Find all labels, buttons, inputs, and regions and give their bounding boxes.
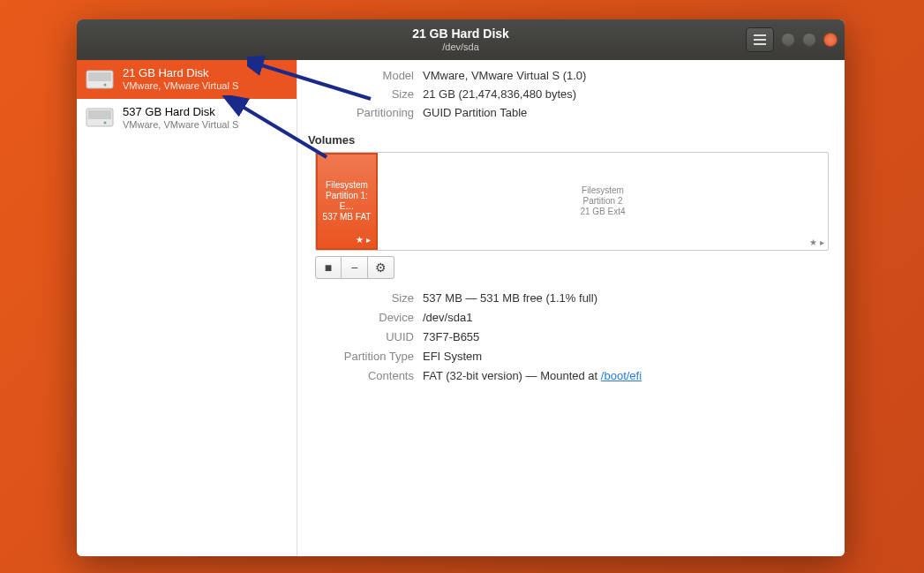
hard-disk-icon	[86, 70, 114, 89]
vol-size-value: 537 MB — 531 MB free (1.1% full)	[423, 291, 829, 305]
partitioning-value: GUID Partition Table	[423, 106, 829, 119]
svg-rect-4	[88, 72, 111, 81]
vol-size-label: Size	[308, 291, 414, 305]
app-menu-button[interactable]	[746, 27, 774, 52]
window-subtitle: /dev/sda	[412, 41, 509, 53]
minus-icon: −	[350, 260, 357, 275]
vol-ptype-value: EFI System	[423, 350, 829, 363]
close-button[interactable]	[823, 33, 838, 47]
vol-ptype-label: Partition Type	[308, 350, 414, 363]
disk-subtitle: VMware, VMware Virtual S	[123, 80, 238, 92]
svg-point-5	[104, 83, 107, 86]
disk-subtitle: VMware, VMware Virtual S	[123, 119, 238, 131]
svg-rect-2	[754, 43, 766, 45]
hard-disk-icon	[86, 108, 114, 127]
disk-sidebar: 21 GB Hard Disk VMware, VMware Virtual S…	[77, 60, 297, 556]
vol-device-value: /dev/sda1	[423, 311, 829, 324]
volume-partition-2[interactable]: Filesystem Partition 2 21 GB Ext4 ★ ▸	[378, 153, 828, 250]
volume-badge: ★ ▸	[318, 235, 376, 245]
stop-icon: ■	[325, 260, 332, 275]
volume-partition-1[interactable]: Filesystem Partition 1: E… 537 MB FAT ★ …	[316, 153, 378, 250]
model-label: Model	[308, 69, 414, 82]
size-value: 21 GB (21,474,836,480 bytes)	[423, 87, 829, 101]
disk-title: 21 GB Hard Disk	[123, 67, 238, 80]
unmount-button[interactable]: ■	[315, 256, 342, 279]
disk-title: 537 GB Hard Disk	[123, 106, 238, 119]
vol-contents-value: FAT (32-bit version) — Mounted at /boot/…	[423, 369, 829, 382]
svg-point-8	[104, 122, 107, 124]
model-value: VMware, VMware Virtual S (1.0)	[423, 69, 829, 82]
partition-options-button[interactable]: ⚙	[368, 256, 394, 279]
sidebar-disk-item[interactable]: 537 GB Hard Disk VMware, VMware Virtual …	[77, 99, 297, 138]
vol-device-label: Device	[308, 311, 414, 324]
volumes-bar: Filesystem Partition 1: E… 537 MB FAT ★ …	[315, 152, 829, 251]
disks-window: 21 GB Hard Disk /dev/sda 21 GB Hard Disk…	[77, 19, 845, 556]
svg-rect-7	[88, 110, 111, 119]
minimize-button[interactable]	[781, 33, 795, 47]
delete-partition-button[interactable]: −	[342, 256, 368, 279]
hamburger-icon	[754, 34, 766, 45]
titlebar: 21 GB Hard Disk /dev/sda	[77, 19, 845, 60]
vol-contents-label: Contents	[308, 369, 414, 382]
gear-icon: ⚙	[375, 260, 387, 275]
svg-rect-0	[754, 34, 766, 36]
mount-point-link[interactable]: /boot/efi	[601, 369, 642, 382]
sidebar-disk-item[interactable]: 21 GB Hard Disk VMware, VMware Virtual S	[77, 60, 297, 99]
vol-uuid-label: UUID	[308, 330, 414, 343]
maximize-button[interactable]	[802, 33, 816, 47]
window-title: 21 GB Hard Disk	[412, 26, 509, 41]
main-panel: Model VMware, VMware Virtual S (1.0) Siz…	[297, 60, 845, 556]
volume-badge: ★ ▸	[809, 237, 824, 248]
partitioning-label: Partitioning	[308, 106, 414, 119]
vol-uuid-value: 73F7-B655	[423, 330, 829, 343]
size-label: Size	[308, 87, 414, 101]
svg-rect-1	[754, 39, 766, 41]
volumes-heading: Volumes	[308, 133, 829, 147]
